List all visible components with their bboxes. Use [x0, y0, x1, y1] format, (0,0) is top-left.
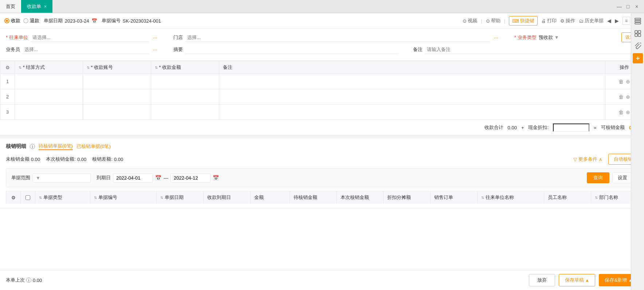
row1-remark[interactable] — [219, 74, 605, 89]
row3-copy-icon[interactable]: ⊕ — [626, 109, 630, 115]
more-conditions[interactable]: ▽ 更多条件 ∧ — [573, 156, 602, 162]
salesman-input[interactable] — [22, 45, 149, 54]
sidebar-icon-grid[interactable] — [633, 28, 643, 39]
store-field: 门店 ··· — [159, 33, 500, 42]
receipt-table: ⚙ ⇅ * 结算方式 ⇅ * 收款账号 ⇅ * 收款金额 — [0, 61, 644, 120]
store-input[interactable] — [185, 33, 490, 42]
row2-copy-icon[interactable]: ⊕ — [626, 94, 630, 100]
partner-label: * 往来单位 — [6, 34, 28, 41]
remark-input[interactable] — [425, 45, 638, 54]
partner-input[interactable] — [30, 33, 150, 42]
range-select[interactable]: ▼ — [32, 173, 91, 183]
play-icon: ⊙ — [463, 18, 467, 24]
save-draft-arrow: ▲ — [585, 278, 589, 282]
col-account-header: ⇅ * 收款账号 — [83, 61, 151, 74]
row1-account[interactable] — [83, 74, 151, 89]
table-settings-header[interactable]: ⚙ — [0, 61, 15, 74]
radio-refund[interactable]: 退款 — [23, 17, 39, 24]
query-button[interactable]: 查询 — [587, 172, 609, 183]
list-view-btn[interactable]: ≡ — [623, 17, 630, 25]
row3-amount[interactable] — [151, 105, 219, 120]
radio-receive-circle — [4, 18, 9, 23]
nav-left-icon[interactable]: ◀ — [607, 18, 611, 24]
remark-label: 备注 — [413, 46, 423, 53]
calendar-icon[interactable]: 📅 — [91, 18, 97, 24]
date-from-cal-icon[interactable]: 📅 — [155, 175, 161, 181]
business-type-select[interactable]: 预收款 ▼ — [539, 34, 619, 41]
sort-bt3: ⇅ — [160, 196, 163, 200]
chevron-icon: ∧ — [599, 157, 602, 162]
row1-delete-icon[interactable]: 🗑 — [619, 79, 624, 85]
btcol-employee-label: 员工名称 — [548, 194, 567, 201]
summary-field: 摘要 — [159, 45, 398, 54]
number-value: SK-20230324-001 — [123, 18, 161, 24]
range-field: 单据范围 ▼ — [11, 173, 91, 183]
date-label: 单据日期 — [44, 17, 63, 24]
salesman-more-icon[interactable]: ··· — [152, 47, 159, 52]
sidebar-icon-attachment[interactable] — [633, 41, 643, 51]
btcol-employee: 员工名称 — [544, 191, 591, 204]
date-to-cal-icon[interactable]: 📅 — [213, 175, 219, 181]
table-row: 2 🗑 ⊕ — [0, 89, 644, 105]
minimize-btn[interactable]: — — [616, 4, 622, 9]
tab-home[interactable]: 首页 — [0, 0, 21, 13]
nav-right-icon[interactable]: ▶ — [615, 18, 619, 24]
row1-amount[interactable] — [151, 74, 219, 89]
sidebar-icon-table[interactable] — [633, 16, 643, 26]
filter-right: 查询 设置 — [587, 172, 633, 183]
date-to-input[interactable] — [170, 173, 211, 183]
video-action[interactable]: ⊙ 视频 — [463, 17, 477, 24]
row2-amount[interactable] — [151, 89, 219, 105]
operation-action[interactable]: ⚙ 操作 — [560, 17, 575, 24]
sidebar-icon-active[interactable] — [633, 53, 643, 63]
row3-payment[interactable] — [15, 105, 83, 120]
maximize-btn[interactable]: □ — [625, 4, 631, 9]
done-tab[interactable]: 已核销单据(0笔) — [76, 143, 111, 150]
store-label: 门店 — [173, 34, 183, 41]
btcol-number: ⇅ 单据编号 — [90, 191, 157, 204]
row2-payment[interactable] — [15, 89, 83, 105]
discount-input[interactable] — [553, 124, 589, 132]
tab-close-icon[interactable]: × — [44, 4, 47, 9]
sort-bt5: ⇅ — [595, 196, 598, 200]
row3-remark[interactable] — [219, 105, 605, 120]
btcol-settings[interactable]: ⚙ — [6, 191, 21, 204]
close-btn[interactable]: × — [634, 4, 640, 9]
row3-account[interactable] — [83, 105, 151, 120]
print-action[interactable]: 🖨 打印 — [541, 17, 557, 24]
date-filter-label: 到期日 — [97, 175, 111, 181]
help-action[interactable]: ⊙ 帮助 — [486, 17, 500, 24]
shortcut-action[interactable]: ⌨ 快捷键 — [509, 16, 538, 26]
row-num-1: 1 — [0, 74, 15, 89]
row1-payment[interactable] — [15, 74, 83, 89]
table-row: 3 🗑 ⊕ — [0, 105, 644, 120]
row2-account[interactable] — [83, 89, 151, 105]
btcol-due-date-label: 收款到期日 — [207, 194, 231, 201]
row2-remark[interactable] — [219, 89, 605, 105]
remark-field: 备注 — [398, 45, 638, 54]
radio-receive[interactable]: 收款 — [4, 17, 20, 24]
select-all-checkbox[interactable] — [25, 195, 30, 200]
date-from-input[interactable] — [113, 173, 153, 183]
footer-info: 本单上次 ℹ 0.00 — [6, 277, 42, 283]
history-action[interactable]: 🗂 历史单据 — [579, 17, 604, 24]
diff-item: 核销差额: 0.00 — [92, 156, 123, 162]
svg-rect-4 — [638, 31, 641, 33]
row3-delete-icon[interactable]: 🗑 — [619, 109, 624, 115]
pending-tab[interactable]: 待核销单据(0笔) — [39, 143, 73, 150]
radio-refund-label: 退款 — [30, 17, 39, 24]
tab-receipt[interactable]: 收款单 × — [21, 0, 52, 13]
filter-setting-button[interactable]: 设置 — [612, 172, 633, 183]
abandon-button[interactable]: 放弃 — [529, 274, 555, 286]
store-more-icon[interactable]: ··· — [492, 35, 500, 40]
row2-delete-icon[interactable]: 🗑 — [619, 94, 624, 100]
save-draft-button[interactable]: 保存草稿 ▲ — [559, 274, 596, 286]
btcol-checkbox[interactable] — [21, 191, 35, 204]
verify-info-icon[interactable]: ℹ — [30, 144, 35, 149]
per-order-info-icon[interactable]: ℹ — [26, 278, 31, 283]
partner-more-icon[interactable]: ··· — [152, 35, 159, 40]
operation-label: 操作 — [566, 17, 575, 24]
summary-input[interactable] — [185, 45, 398, 54]
row1-copy-icon[interactable]: ⊕ — [626, 79, 630, 85]
current-item: 本次核销金额: 0.00 — [46, 156, 86, 162]
